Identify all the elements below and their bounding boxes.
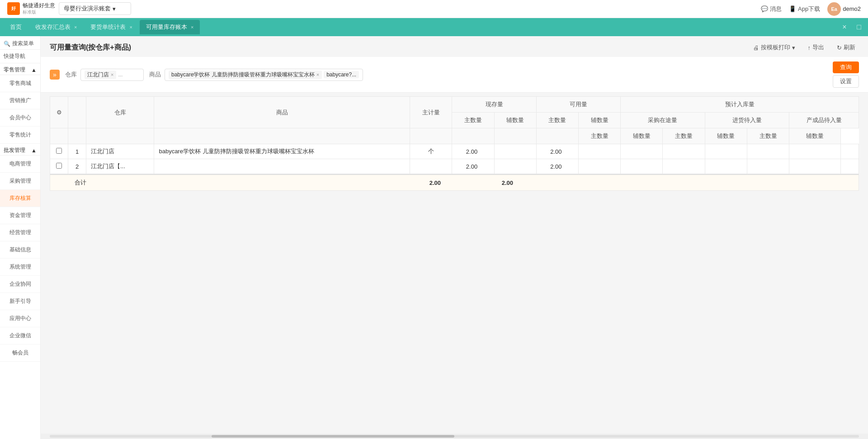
sidebar-appstore-label: 应用中心 (9, 315, 31, 322)
row2-checkbox[interactable] (50, 159, 68, 174)
company-selector[interactable]: 母婴行业演示账套 ▾ (59, 2, 131, 15)
footer-label: 合计 (50, 179, 177, 187)
row1-finished-aux (841, 144, 859, 159)
expand-btn[interactable]: □ (854, 22, 864, 33)
row1-purchase-main (621, 144, 663, 159)
row2-purchase-main (621, 159, 663, 174)
th-incoming: 进货待入量 (705, 113, 789, 128)
refresh-label: 刷新 (844, 43, 855, 52)
template-print-btn[interactable]: 🖨 按模板打印 ▾ (750, 42, 799, 53)
sidebar-item-ecommerce[interactable]: 电商管理 (0, 156, 40, 173)
chevron-icon: ▲ (31, 67, 37, 73)
sidebar-item-basic[interactable]: 基础信息 (0, 241, 40, 259)
tab-order-stats-close[interactable]: × (129, 24, 132, 30)
row1-unit: 个 (410, 144, 452, 159)
scroll-thumb[interactable] (212, 435, 454, 438)
tab-available-stock[interactable]: 可用量库存账本 × (140, 20, 200, 34)
row2-incoming-main (705, 159, 747, 174)
sidebar-search[interactable]: 🔍 搜索菜单 (0, 36, 40, 50)
chevron-icon2: ▲ (31, 147, 37, 154)
setting-button[interactable]: 设置 (833, 75, 859, 88)
sidebar-basic-label: 基础信息 (9, 246, 31, 254)
th-empty2 (68, 128, 86, 144)
sidebar-item-retail[interactable]: 零售管理 ▲ (0, 63, 40, 75)
th-empty6 (452, 128, 494, 144)
page-header: 可用量查询(按仓库+商品) 🖨 按模板打印 ▾ ↑ 导出 ↻ 刷新 (41, 36, 868, 57)
tab-available-stock-close[interactable]: × (191, 24, 193, 30)
sidebar-item-retail-stats[interactable]: 零售统计 (0, 127, 40, 144)
row1-checkbox[interactable] (50, 144, 68, 159)
product-tag1-close[interactable]: × (316, 72, 319, 77)
th-current-aux: 辅数量 (494, 113, 536, 128)
logo-area: 好 畅捷通好生意 标准版 (7, 2, 55, 15)
user-menu[interactable]: Ea demo2 (827, 2, 861, 16)
row1-purchase-aux (663, 144, 705, 159)
sidebar-item-appstore[interactable]: 应用中心 (0, 310, 40, 327)
sidebar-item-inventory[interactable]: 库存核算 (0, 190, 40, 207)
top-bar-right: 💬 消息 📱 App下载 Ea demo2 (761, 2, 861, 16)
tab-order-stats[interactable]: 要货单统计表 × (84, 20, 138, 34)
warehouse-input[interactable]: 江北门店 × ... (80, 69, 144, 81)
tab-bar-actions: × □ (839, 22, 864, 33)
checkbox2[interactable] (56, 163, 62, 169)
table-footer: 合计 2.00 2.00 (50, 174, 859, 191)
checkbox1[interactable] (56, 148, 62, 154)
sidebar-item-member2[interactable]: 畅会员 (0, 345, 40, 362)
row2-current-aux (494, 159, 536, 174)
sidebar-item-wholesale[interactable]: 批发管理 ▲ (0, 144, 40, 156)
tab-home[interactable]: 首页 (4, 20, 28, 34)
sidebar-item-purchase[interactable]: 采购管理 (0, 173, 40, 190)
close-all-btn[interactable]: × (839, 22, 850, 33)
filter-expand-btn[interactable]: » (50, 70, 60, 80)
product-input[interactable]: babycare学饮杯 儿童防摔防撞吸管杯重力球吸嘴杯宝宝水杯 × babyca… (165, 69, 363, 81)
product-tag1-text: babycare学饮杯 儿童防摔防撞吸管杯重力球吸嘴杯宝宝水杯 (171, 71, 315, 79)
sidebar-item-retail-shop[interactable]: 零售商城 (0, 75, 40, 92)
th-empty4 (154, 128, 410, 144)
sidebar-item-wecom[interactable]: 企业微信 (0, 327, 40, 345)
th-unit: 主计量 (410, 97, 452, 128)
sidebar-item-finance[interactable]: 资金管理 (0, 207, 40, 224)
th-empty3 (86, 128, 154, 144)
sidebar-retail-shop-label: 零售商城 (9, 80, 31, 87)
tab-available-stock-label: 可用量库存账本 (146, 23, 187, 31)
sidebar-item-system[interactable]: 系统管理 (0, 259, 40, 276)
content-area: 可用量查询(按仓库+商品) 🖨 按模板打印 ▾ ↑ 导出 ↻ 刷新 » (41, 36, 868, 439)
product-tag2: babycare?... (324, 71, 359, 78)
warehouse-tag-close[interactable]: × (111, 72, 113, 77)
row1-current-aux (494, 144, 536, 159)
warehouse-filter: 仓库 江北门店 × ... (65, 69, 144, 81)
top-bar: 好 畅捷通好生意 标准版 母婴行业演示账套 ▾ 💬 消息 📱 App下载 Ea … (0, 0, 868, 18)
sidebar-item-quicknav[interactable]: 快捷导航 (0, 50, 40, 63)
message-btn[interactable]: 💬 消息 (761, 5, 782, 13)
query-button[interactable]: 查询 (833, 61, 859, 73)
sidebar-item-enterprise[interactable]: 企业协同 (0, 276, 40, 293)
gear-icon[interactable]: ⚙ (57, 109, 62, 116)
top-bar-left: 好 畅捷通好生意 标准版 母婴行业演示账套 ▾ (7, 2, 131, 15)
warehouse-tag-text: 江北门店 (87, 71, 109, 79)
app-download-btn[interactable]: 📱 App下载 (789, 5, 820, 13)
th-available-main: 主数量 (536, 113, 578, 128)
export-icon: ↑ (808, 44, 811, 51)
th-incoming-main: 主数量 (663, 128, 705, 144)
tab-receivable-close[interactable]: × (74, 24, 77, 30)
th-empty5 (410, 128, 452, 144)
warehouse-more[interactable]: ... (118, 71, 123, 78)
sidebar-item-marketing[interactable]: 营销推广 (0, 92, 40, 109)
search-icon: 🔍 (4, 41, 10, 47)
sidebar-item-newguide[interactable]: 新手引导 (0, 293, 40, 310)
sidebar-member-label: 会员中心 (9, 114, 31, 122)
sidebar-wholesale-label: 批发管理 (4, 146, 25, 154)
template-print-label: 按模板打印 (761, 43, 790, 52)
warehouse-label: 仓库 (65, 71, 77, 79)
th-checkbox[interactable]: ⚙ (50, 97, 68, 128)
export-btn[interactable]: ↑ 导出 (804, 42, 828, 53)
sidebar-member2-label: 畅会员 (12, 349, 28, 357)
refresh-btn[interactable]: ↻ 刷新 (833, 42, 859, 53)
data-table: ⚙ 仓库 商品 主计量 现存量 可用量 预计入库量 主数量 辅数量 主数量 (50, 96, 859, 174)
tab-receivable[interactable]: 收发存汇总表 × (29, 20, 83, 34)
username: demo2 (843, 5, 861, 12)
sidebar-item-operation[interactable]: 经营管理 (0, 224, 40, 241)
sidebar-item-member[interactable]: 会员中心 (0, 109, 40, 127)
row2-product (154, 159, 410, 174)
filter-area: » 仓库 江北门店 × ... 商品 babycare学饮杯 儿童防摔防撞吸管杯… (41, 57, 868, 93)
